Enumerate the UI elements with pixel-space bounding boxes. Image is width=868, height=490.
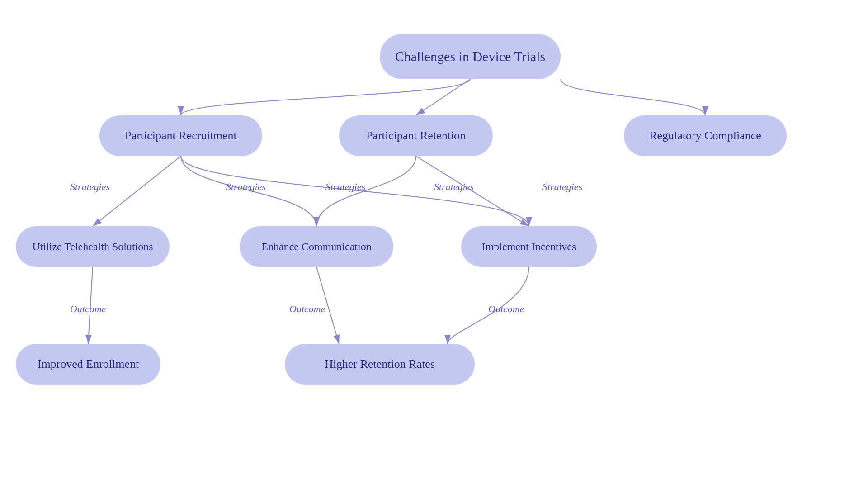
node-label-enrollment: Improved Enrollment — [38, 357, 139, 371]
node-label-challenges: Challenges in Device Trials — [395, 49, 545, 64]
node-utilize-telehealth-solutions: Utilize Telehealth Solutions — [16, 226, 170, 267]
node-higher-retention-rates: Higher Retention Rates — [285, 344, 475, 385]
edge-label-strategies-3: Strategies — [326, 181, 365, 193]
edge-label-strategies-2: Strategies — [226, 181, 266, 193]
node-label-recruitment: Participant Recruitment — [125, 129, 237, 143]
edge-label-outcome-3: Outcome — [488, 303, 524, 315]
node-label-retention: Participant Retention — [366, 129, 466, 143]
diagram-container: Challenges in Device Trials Participant … — [0, 0, 868, 490]
edge-label-strategies-4: Strategies — [434, 181, 474, 193]
edge-label-strategies-5: Strategies — [542, 181, 582, 193]
node-implement-incentives: Implement Incentives — [461, 226, 597, 267]
node-label-retention-rates: Higher Retention Rates — [325, 357, 435, 371]
node-challenges-in-device-trials: Challenges in Device Trials — [380, 34, 561, 79]
edge-label-outcome-2: Outcome — [289, 303, 325, 315]
node-improved-enrollment: Improved Enrollment — [16, 344, 160, 385]
node-participant-recruitment: Participant Recruitment — [99, 115, 262, 156]
node-label-telehealth: Utilize Telehealth Solutions — [32, 241, 153, 253]
node-enhance-communication: Enhance Communication — [240, 226, 393, 267]
node-label-incentives: Implement Incentives — [482, 241, 576, 253]
edge-label-outcome-1: Outcome — [70, 303, 106, 315]
node-label-compliance: Regulatory Compliance — [649, 129, 761, 143]
node-regulatory-compliance: Regulatory Compliance — [624, 115, 787, 156]
edge-label-strategies-1: Strategies — [70, 181, 110, 193]
node-participant-retention: Participant Retention — [339, 115, 493, 156]
node-label-communication: Enhance Communication — [261, 241, 371, 253]
